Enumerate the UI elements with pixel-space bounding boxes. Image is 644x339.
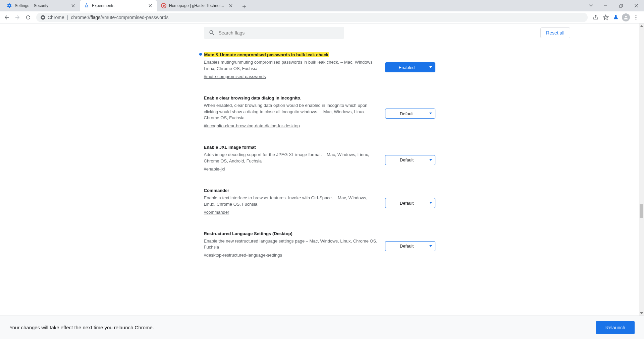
close-icon[interactable] [70,3,76,8]
flag-item: Commander Enable a text interface to bro… [204,187,435,215]
flag-title: Mute & Unmute compromised passwords in b… [204,52,329,57]
flag-description: When enabled, clear browsing data option… [204,103,378,122]
flag-description: Enables muting/unmuting compromised pass… [204,59,378,72]
search-bar-row: Reset all [204,23,570,42]
flag-item: Mute & Unmute compromised passwords in b… [204,52,435,79]
bookmark-button[interactable] [601,13,610,22]
flag-hash-link[interactable]: #desktop-restructured-language-settings [204,253,282,258]
search-flags-box[interactable] [204,27,344,39]
svg-rect-2 [620,5,622,7]
chrome-icon [40,15,46,20]
relaunch-button[interactable]: Relaunch [596,321,635,334]
relaunch-message: Your changes will take effect the next t… [9,325,596,330]
tab-title: Experiments [92,3,145,8]
maximize-button[interactable] [613,0,629,11]
tab-title: Settings – Security [15,3,68,8]
svg-point-1 [163,5,165,7]
window-controls [584,0,644,11]
search-input[interactable] [219,30,339,36]
flag-select[interactable]: Default [385,109,435,119]
flag-select[interactable]: Default [385,155,435,165]
url-text: chrome://flags/#mute-compromised-passwor… [71,15,168,20]
scroll-up-arrow[interactable] [639,23,644,28]
flag-select[interactable]: Default [385,198,435,208]
flag-item: Restructured Language Settings (Desktop)… [204,230,435,258]
tab-title: Homepage | gHacks Technology [169,3,225,8]
flag-select[interactable]: Default [385,241,435,251]
minimize-button[interactable] [598,0,613,11]
new-tab-button[interactable] [239,2,249,11]
relaunch-bar: Your changes will take effect the next t… [0,316,644,339]
flag-hash-link[interactable]: #commander [204,210,229,215]
site-chip: Chrome [40,15,64,20]
avatar-icon [622,13,630,21]
svg-point-4 [42,16,44,18]
modified-indicator [199,53,202,56]
flag-description: Enable a text interface to browser featu… [204,195,378,208]
ghacks-icon [161,3,166,8]
extensions-flask-icon[interactable] [611,13,621,22]
svg-point-8 [636,18,637,19]
toolbar: Chrome | chrome://flags/#mute-compromise… [0,11,644,23]
forward-button[interactable] [13,13,22,22]
toolbar-right [591,13,642,22]
tab-experiments[interactable]: Experiments [80,0,157,11]
gear-icon [7,3,12,8]
svg-point-5 [625,15,627,17]
flag-select[interactable]: Enabled [385,62,435,72]
flag-hash-link[interactable]: #mute-compromised-passwords [204,74,266,79]
scrollbar[interactable] [639,23,644,316]
flag-item: Enable JXL image format Adds image decod… [204,144,435,172]
address-bar[interactable]: Chrome | chrome://flags/#mute-compromise… [36,13,588,22]
scroll-down-arrow[interactable] [639,311,644,316]
reset-all-button[interactable]: Reset all [540,27,570,38]
svg-point-6 [636,15,637,16]
flag-description: Adds image decoding support for the JPEG… [204,152,378,164]
svg-point-7 [636,17,637,18]
back-button[interactable] [2,13,11,22]
flag-hash-link[interactable]: #incognito-clear-browsing-data-dialog-fo… [204,123,300,128]
tab-ghacks[interactable]: Homepage | gHacks Technology [157,0,237,11]
flag-title: Enable JXL image format [204,145,256,150]
share-button[interactable] [591,13,600,22]
tab-search-button[interactable] [584,0,598,11]
flag-description: Enable the new restructured language set… [204,238,378,251]
flag-title: Enable clear browsing data dialog in Inc… [204,95,302,100]
close-icon[interactable] [228,3,233,8]
menu-button[interactable] [631,13,641,22]
flags-list: Mute & Unmute compromised passwords in b… [204,42,435,287]
flag-title: Restructured Language Settings (Desktop) [204,231,292,236]
search-icon [209,29,215,36]
tab-strip: Settings – Security Experiments Homepage… [0,0,644,11]
flag-item: Enable clear browsing data dialog in Inc… [204,95,435,129]
content-area: Reset all Mute & Unmute compromised pass… [0,23,644,316]
flag-title: Commander [204,188,229,193]
tab-settings-security[interactable]: Settings – Security [3,0,80,11]
flask-icon [84,3,89,8]
close-window-button[interactable] [629,0,644,11]
flag-hash-link[interactable]: #enable-jxl [204,166,225,172]
close-icon[interactable] [148,3,153,8]
scroll-thumb[interactable] [640,204,643,218]
profile-button[interactable] [621,13,631,22]
reload-button[interactable] [23,13,33,22]
